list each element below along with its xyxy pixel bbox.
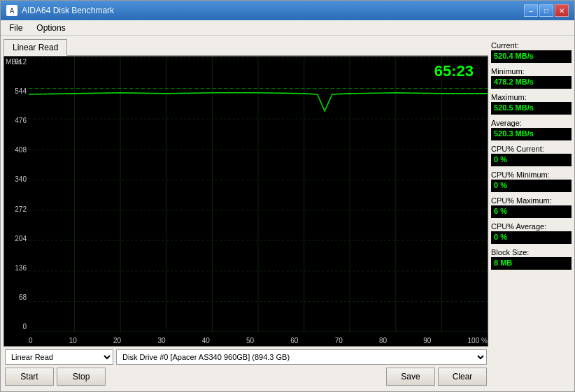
title-bar: A AIDA64 Disk Benchmark – □ ✕	[1, 1, 574, 20]
stat-cpu-maximum: CPU% Maximum: 6 %	[491, 196, 572, 218]
dropdown-row: Linear Read Disk Drive #0 [Apacer AS340 …	[5, 349, 487, 365]
tab-linear-read[interactable]: Linear Read	[3, 39, 67, 56]
button-row: Start Stop Save Clear	[5, 368, 487, 386]
current-value: 520.4 MB/s	[491, 50, 572, 63]
x-axis: 0 10 20 30 40 50 60 70 80 90 100 %	[29, 332, 488, 346]
y-label-612: 612	[4, 58, 29, 66]
y-label-272: 272	[4, 205, 29, 213]
stat-current: Current: 520.4 MB/s	[491, 41, 572, 63]
stat-average: Average: 520.3 MB/s	[491, 119, 572, 140]
chart-inner	[29, 57, 488, 332]
cpu-maximum-value: 6 %	[491, 205, 572, 218]
timer-display: 65:23	[434, 62, 474, 80]
close-button[interactable]: ✕	[555, 4, 569, 17]
current-label: Current:	[491, 41, 572, 50]
x-label-30: 30	[157, 337, 165, 344]
x-label-0: 0	[29, 337, 33, 344]
save-button[interactable]: Save	[386, 368, 435, 386]
cpu-current-label: CPU% Current:	[491, 145, 572, 153]
test-type-dropdown[interactable]: Linear Read	[5, 349, 113, 365]
stop-button[interactable]: Stop	[57, 368, 106, 386]
stat-cpu-average: CPU% Average: 0 %	[491, 222, 572, 244]
minimum-value: 478.2 MB/s	[491, 76, 572, 89]
y-label-204: 204	[4, 235, 29, 242]
x-label-80: 80	[379, 337, 387, 344]
tab-bar: Linear Read	[3, 38, 488, 56]
main-window: A AIDA64 Disk Benchmark – □ ✕ File Optio…	[0, 0, 575, 392]
right-panel: Current: 520.4 MB/s Minimum: 478.2 MB/s …	[491, 38, 572, 389]
x-label-20: 20	[113, 337, 121, 344]
x-label-60: 60	[290, 337, 298, 344]
x-label-90: 90	[423, 337, 431, 344]
maximum-label: Maximum:	[491, 93, 572, 101]
y-label-408: 408	[4, 146, 29, 154]
block-size-value: 8 MB	[491, 257, 572, 270]
file-menu[interactable]: File	[3, 22, 28, 34]
main-content: Linear Read MB/s 0 68 136 204 272 340 40…	[1, 36, 574, 391]
clear-button[interactable]: Clear	[438, 368, 487, 386]
app-icon: A	[6, 5, 17, 16]
y-label-476: 476	[4, 117, 29, 124]
chart-svg	[29, 57, 488, 332]
x-label-10: 10	[69, 337, 77, 344]
minimum-label: Minimum:	[491, 67, 572, 75]
x-label-50: 50	[246, 337, 254, 344]
cpu-current-value: 0 %	[491, 154, 572, 166]
maximize-button[interactable]: □	[539, 4, 553, 17]
average-value: 520.3 MB/s	[491, 128, 572, 140]
y-label-136: 136	[4, 264, 29, 272]
options-menu[interactable]: Options	[31, 22, 71, 34]
start-button[interactable]: Start	[5, 368, 54, 386]
stat-maximum: Maximum: 520.5 MB/s	[491, 93, 572, 115]
maximum-value: 520.5 MB/s	[491, 102, 572, 115]
x-label-40: 40	[202, 337, 210, 344]
average-label: Average:	[491, 119, 572, 127]
chart-area: MB/s 0 68 136 204 272 340 408 476 544 61…	[3, 56, 488, 347]
window-controls: – □ ✕	[524, 4, 569, 17]
y-label-544: 544	[4, 87, 29, 95]
cpu-average-value: 0 %	[491, 231, 572, 244]
block-size-label: Block Size:	[491, 248, 572, 256]
drive-dropdown[interactable]: Disk Drive #0 [Apacer AS340 960GB] (894.…	[116, 349, 487, 365]
x-label-70: 70	[335, 337, 343, 344]
y-label-68: 68	[4, 293, 29, 301]
menu-bar: File Options	[1, 20, 574, 36]
bottom-controls: Linear Read Disk Drive #0 [Apacer AS340 …	[3, 347, 488, 389]
y-axis: 0 68 136 204 272 340 408 476 544 612	[4, 57, 29, 332]
y-label-0: 0	[4, 323, 29, 331]
y-label-340: 340	[4, 175, 29, 183]
stat-cpu-current: CPU% Current: 0 %	[491, 145, 572, 166]
cpu-maximum-label: CPU% Maximum:	[491, 196, 572, 205]
x-label-100: 100 %	[468, 337, 488, 344]
stat-cpu-minimum: CPU% Minimum: 0 %	[491, 170, 572, 192]
left-panel: Linear Read MB/s 0 68 136 204 272 340 40…	[3, 38, 488, 389]
minimize-button[interactable]: –	[524, 4, 538, 17]
window-title: AIDA64 Disk Benchmark	[22, 6, 114, 15]
cpu-minimum-value: 0 %	[491, 180, 572, 192]
cpu-average-label: CPU% Average:	[491, 222, 572, 231]
cpu-minimum-label: CPU% Minimum:	[491, 170, 572, 179]
stat-block-size: Block Size: 8 MB	[491, 248, 572, 270]
stat-minimum: Minimum: 478.2 MB/s	[491, 67, 572, 89]
